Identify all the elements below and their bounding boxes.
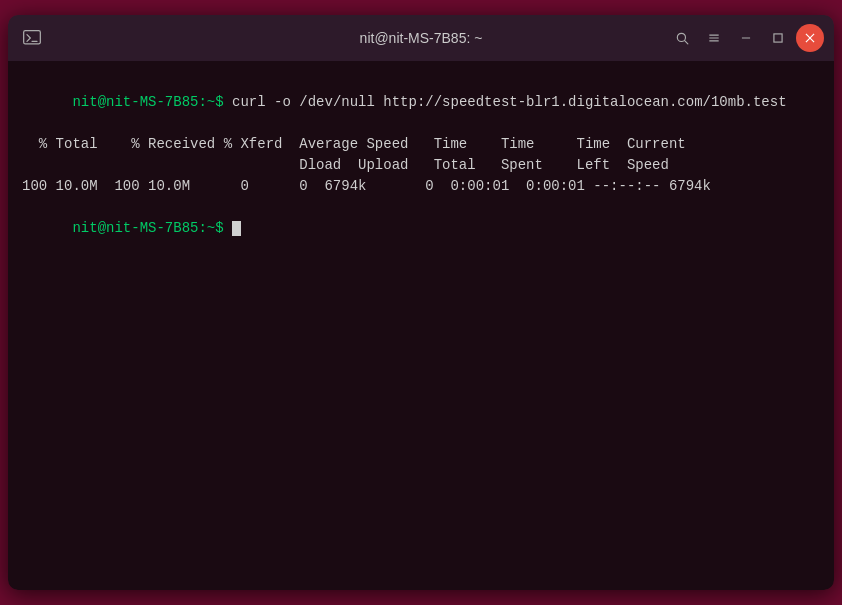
minimize-button[interactable] — [732, 24, 760, 52]
close-button[interactable] — [796, 24, 824, 52]
maximize-button[interactable] — [764, 24, 792, 52]
terminal-window: nit@nit-MS-7B85: ~ nit@nit-MS-7B85:~$ cu… — [8, 15, 834, 590]
cursor — [232, 221, 241, 236]
search-button[interactable] — [668, 24, 696, 52]
titlebar-left — [18, 24, 46, 52]
output-line-1: % Total % Received % Xferd Average Speed… — [22, 134, 820, 155]
titlebar: nit@nit-MS-7B85: ~ — [8, 15, 834, 61]
terminal-body[interactable]: nit@nit-MS-7B85:~$ curl -o /dev/null htt… — [8, 61, 834, 590]
output-line-3: 100 10.0M 100 10.0M 0 0 6794k 0 0:00:01 … — [22, 176, 820, 197]
prompt-2: nit@nit-MS-7B85:~$ — [72, 220, 232, 236]
menu-button[interactable] — [700, 24, 728, 52]
svg-rect-8 — [774, 34, 782, 42]
svg-line-3 — [685, 41, 688, 44]
terminal-icon — [18, 24, 46, 52]
command-line: nit@nit-MS-7B85:~$ curl -o /dev/null htt… — [22, 71, 820, 134]
window-title: nit@nit-MS-7B85: ~ — [360, 30, 483, 46]
titlebar-controls — [668, 24, 824, 52]
command-text: curl -o /dev/null http://speedtest-blr1.… — [232, 94, 787, 110]
output-line-2: Dload Upload Total Spent Left Speed — [22, 155, 820, 176]
prompt-1: nit@nit-MS-7B85:~$ — [72, 94, 232, 110]
prompt-line: nit@nit-MS-7B85:~$ — [22, 197, 820, 260]
